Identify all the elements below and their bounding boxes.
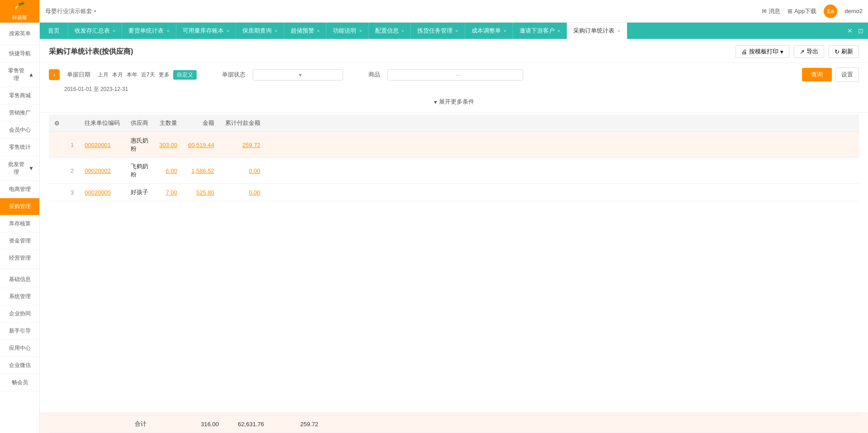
data-table: ⚙ 往来单位编码 供应商 主数量 金额 累计付款金额 1 — [49, 114, 859, 201]
sidebar-item-search[interactable]: 搜索英单 — [4, 27, 36, 40]
tab-home[interactable]: 首页 — [40, 23, 68, 39]
wholesale-arrow-icon: ▼ — [28, 165, 34, 171]
sidebar-item-wechat[interactable]: 企业微信 — [0, 357, 39, 374]
sidebar-item-appcenter[interactable]: 应用中心 — [0, 340, 39, 357]
footer-paid: 259.72 — [269, 415, 324, 433]
row1-paid: 259.72 — [220, 132, 266, 158]
tab-invitedown-close[interactable]: × — [557, 28, 560, 33]
date-shortcut-last-month[interactable]: 上月 — [98, 71, 108, 79]
user-avatar[interactable]: Ea — [824, 5, 837, 18]
row3-paid-link[interactable]: 0.00 — [249, 189, 260, 196]
tab-expiry[interactable]: 保质期查询 × — [236, 23, 284, 39]
expand-icon: ▾ — [434, 99, 437, 105]
status-select[interactable]: ▾ — [253, 69, 343, 81]
sidebar-item-quicknav[interactable]: 快捷导航 — [0, 45, 39, 62]
date-shortcut-this-year[interactable]: 本年 — [127, 71, 137, 79]
tab-available[interactable]: 可用量库存账本 × — [176, 23, 236, 39]
tab-funcdesc-close[interactable]: × — [359, 28, 362, 33]
tab-pickorder-close[interactable]: × — [455, 28, 458, 33]
refresh-button[interactable]: ↻ 刷新 — [829, 45, 859, 58]
row3-vendor-code-link[interactable]: 00020005 — [85, 189, 111, 196]
row1-paid-link[interactable]: 259.72 — [242, 142, 260, 148]
tab-overstock[interactable]: 超储预警 × — [284, 23, 326, 39]
date-custom-badge[interactable]: 自定义 — [173, 70, 197, 80]
tab-purchasestat-close[interactable]: × — [617, 28, 620, 33]
tab-invitedown[interactable]: 邀请下游客户 × — [513, 23, 567, 39]
date-shortcut-7days[interactable]: 近7天 — [141, 71, 155, 79]
row2-vendor-code-link[interactable]: 00020002 — [85, 167, 111, 174]
tab-overstock-close[interactable]: × — [317, 28, 320, 33]
tab-config-close[interactable]: × — [401, 28, 404, 33]
app-download-button[interactable]: ⊞ App下载 — [788, 7, 816, 15]
tab-collection-close[interactable]: × — [113, 28, 115, 33]
sidebar-item-retail-stats[interactable]: 零售统计 — [0, 139, 39, 156]
row2-amount-link[interactable]: 1,586.52 — [191, 167, 214, 174]
tab-pickorder[interactable]: 拣货任务管理 × — [411, 23, 465, 39]
row1-vendor-code-link[interactable]: 00020001 — [85, 142, 111, 148]
sidebar-item-system[interactable]: 系统管理 — [0, 288, 39, 305]
sidebar-item-vip[interactable]: 畅会员 — [0, 374, 39, 391]
date-shortcut-more[interactable]: 更多 — [159, 71, 170, 79]
sidebar-item-finance[interactable]: 资金管理 — [0, 233, 39, 250]
row1-amount-link[interactable]: 60,519.44 — [188, 142, 214, 148]
export-button[interactable]: ↗ 导出 — [794, 45, 824, 58]
tab-purchasestat[interactable]: 采购订单统计表 × — [567, 23, 627, 39]
tab-config[interactable]: 配置信息 × — [369, 23, 411, 39]
sidebar-item-retail-shop[interactable]: 零售商城 — [0, 87, 39, 105]
retail-arrow-icon: ▲ — [28, 71, 34, 78]
expand-button[interactable]: ▾ 展开更多条件 — [432, 96, 476, 108]
filter-toggle-button[interactable]: › — [49, 69, 60, 80]
row3-qty-link[interactable]: 7.00 — [166, 189, 177, 196]
tab-close-all-icon[interactable]: ✕ — [847, 27, 853, 34]
sidebar-item-ecommerce[interactable]: 电商管理 — [0, 181, 39, 198]
row1-extra — [266, 132, 859, 158]
table-header-row: ⚙ 往来单位编码 供应商 主数量 金额 累计付款金额 — [49, 114, 859, 132]
sidebar-item-members[interactable]: 会员中心 — [0, 122, 39, 139]
app-logo: 🍊 标题版 — [0, 0, 39, 23]
tab-requisition[interactable]: 要货单统计表 × — [122, 23, 176, 39]
footer-label — [71, 415, 129, 433]
print-icon: 🖨 — [741, 48, 747, 55]
goods-input[interactable]: ··· — [387, 69, 523, 81]
message-button[interactable]: ✉ 消息 — [762, 7, 780, 15]
row2-settings — [49, 158, 65, 184]
search-button[interactable]: 查询 — [802, 68, 832, 81]
sidebar-item-basic[interactable]: 基础信息 — [0, 271, 39, 288]
goods-more-icon[interactable]: ··· — [456, 71, 518, 78]
sidebar-item-newbie[interactable]: 新手引导 — [0, 323, 39, 340]
col-settings: ⚙ — [49, 114, 65, 132]
sidebar-item-ops[interactable]: 经营管理 — [0, 250, 39, 267]
tab-costadj[interactable]: 成本调整单 × — [465, 23, 513, 39]
settings-button[interactable]: 设置 — [835, 67, 859, 82]
sidebar-item-retail[interactable]: 零售管理 ▲ — [0, 62, 39, 87]
page-header-actions: 🖨 按模板打印 ▾ ↗ 导出 ↻ 刷新 — [736, 45, 859, 58]
filter-bar: › 单据日期 上月 本月 本年 近7天 更多 自定义 单据状态 ▾ 商品 — [40, 63, 868, 113]
sidebar-search-section: 搜索英单 — [0, 23, 39, 45]
sidebar-item-enterprise[interactable]: 企业协同 — [0, 305, 39, 323]
tab-maximize-icon[interactable]: ⊡ — [858, 27, 863, 34]
print-button[interactable]: 🖨 按模板打印 ▾ — [736, 45, 789, 58]
sidebar-item-inventory[interactable]: 库存核算 — [0, 215, 39, 233]
tab-collection[interactable]: 收发存汇总表 × — [68, 23, 122, 39]
tab-available-close[interactable]: × — [226, 28, 229, 33]
settings-col-icon[interactable]: ⚙ — [54, 120, 60, 127]
sidebar-item-wholesale[interactable]: 批发管理 ▼ — [0, 156, 39, 181]
sidebar-item-marketing[interactable]: 营销推广 — [0, 105, 39, 122]
row1-qty-link[interactable]: 303.00 — [159, 142, 177, 148]
row2-paid-link[interactable]: 0.00 — [249, 167, 260, 174]
tab-requisition-close[interactable]: × — [166, 28, 169, 33]
message-icon: ✉ — [762, 8, 767, 14]
sidebar: 🍊 标题版 搜索英单 快捷导航 零售管理 ▲ 零售商城 营销推广 会员中心 零售… — [0, 0, 40, 433]
footer-row: 合计 316.00 62,631.76 259.72 — [49, 415, 859, 433]
footer-extra — [324, 415, 859, 433]
workspace-selector[interactable]: 母婴行业演示账套 ▾ — [45, 7, 118, 15]
tab-costadj-close[interactable]: × — [504, 28, 506, 33]
tab-funcdesc[interactable]: 功能说明 × — [326, 23, 368, 39]
workspace-dropdown-icon: ▾ — [94, 9, 96, 14]
col-amount: 金额 — [183, 114, 220, 132]
row2-qty-link[interactable]: 6.00 — [166, 167, 177, 174]
date-shortcut-this-month[interactable]: 本月 — [112, 71, 123, 79]
sidebar-item-purchase[interactable]: 采购管理 — [0, 198, 39, 215]
row3-amount-link[interactable]: 525.80 — [196, 189, 214, 196]
tab-expiry-close[interactable]: × — [274, 28, 277, 33]
